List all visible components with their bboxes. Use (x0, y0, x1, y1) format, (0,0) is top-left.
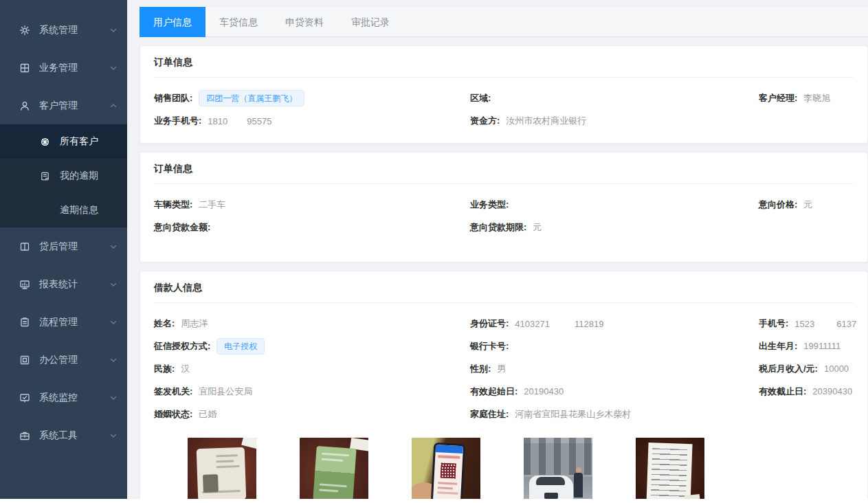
field-value: 已婚 (199, 408, 216, 421)
field-empty (759, 109, 854, 132)
sidebar-item-label: 逾期信息 (60, 204, 98, 216)
clipboard-icon (19, 317, 30, 328)
field-label: 家庭住址: (470, 408, 509, 421)
sidebar-item-overdue-info[interactable]: 逾期信息 (0, 193, 127, 227)
tab-approval-records[interactable]: 审批记录 (337, 7, 403, 37)
field-region: 区域: (470, 87, 759, 109)
sidebar-item-customer-mgmt[interactable]: 客户管理 (0, 87, 127, 124)
field-home-address: 家庭住址: 河南省宜阳县花果山乡木柴村 (470, 403, 759, 425)
app-root: 系统管理 业务管理 客户管理 所有客户 (0, 0, 868, 503)
photo-item: 身份证 (188, 438, 256, 503)
sidebar: 系统管理 业务管理 客户管理 所有客户 (0, 0, 127, 503)
photo-phone-qr-code[interactable] (412, 438, 480, 503)
nested-square-icon (19, 355, 30, 366)
sidebar-item-office-mgmt[interactable]: 办公管理 (0, 341, 127, 379)
field-business-type: 业务类型: (470, 193, 759, 216)
sidebar-item-system-mgmt[interactable]: 系统管理 (0, 11, 127, 49)
sidebar-item-label: 流程管理 (39, 316, 78, 328)
sidebar-item-all-customers[interactable]: 所有客户 (0, 124, 127, 159)
columns-icon (19, 241, 30, 252)
chevron-down-icon (109, 26, 118, 34)
photo-person-with-car[interactable] (524, 438, 592, 503)
field-valid-from: 有效起始日: 20190430 (470, 380, 759, 403)
sidebar-item-postloan-mgmt[interactable]: 贷后管理 (0, 227, 127, 265)
monitor-icon (19, 279, 30, 290)
field-intent-loan-term: 意向贷款期限: 元 (470, 216, 759, 238)
chevron-down-icon (109, 64, 118, 72)
photo-drivers-license[interactable] (300, 438, 368, 503)
sidebar-item-label: 我的逾期 (60, 170, 98, 182)
field-value: 15236137 (794, 318, 856, 329)
field-value: 19911111 (803, 341, 841, 351)
photo-item: 驾驶证副页 (300, 438, 368, 503)
field-vehicle-type: 车辆类型: 二手车 (154, 193, 470, 216)
photo-item: 其他材料 (636, 438, 704, 503)
field-mobile-phone: 手机号: 15236137 (759, 312, 856, 335)
tab-bar: 用户信息 车贷信息 申贷资料 审批记录 (140, 7, 868, 37)
card-title: 订单信息 (154, 153, 854, 184)
field-value: 20390430 (812, 386, 852, 396)
field-monthly-income: 税后月收入/元: 10000 (759, 357, 854, 380)
wheel-icon (40, 137, 50, 147)
sidebar-item-label: 客户管理 (39, 100, 78, 112)
field-value: 汉 (181, 363, 190, 375)
chevron-down-icon (109, 280, 118, 289)
sidebar-item-label: 所有客户 (60, 135, 98, 148)
sidebar-item-process-mgmt[interactable]: 流程管理 (0, 303, 127, 341)
chevron-up-icon (109, 102, 118, 110)
tab-user-info[interactable]: 用户信息 (140, 7, 205, 37)
tab-loan-application-docs[interactable]: 申贷资料 (271, 7, 337, 37)
field-value: 男 (497, 363, 506, 375)
field-id-number: 身份证号: 4103271112819 (470, 312, 759, 335)
photo-handwritten-document[interactable] (636, 438, 704, 503)
horizontal-scrollbar[interactable] (0, 499, 868, 503)
photo-id-card[interactable] (188, 438, 256, 503)
field-label: 有效起始日: (470, 385, 518, 398)
field-funder: 资金方: 汝州市农村商业银行 (470, 109, 759, 132)
field-label: 出生年月: (759, 340, 797, 353)
field-business-phone: 业务手机号: 181095575 (154, 109, 470, 132)
document-photos: 身份证 驾驶证副页 授权记录 (188, 438, 854, 503)
card-title: 借款人信息 (154, 271, 854, 303)
field-birth-date: 出生年月: 19911111 (759, 335, 854, 357)
field-value: 4103271112819 (515, 318, 603, 329)
sidebar-item-business-mgmt[interactable]: 业务管理 (0, 49, 127, 87)
sidebar-item-label: 贷后管理 (39, 241, 78, 253)
chevron-down-icon (109, 394, 118, 402)
field-credit-auth-method: 征信授权方式: 电子授权 (154, 335, 470, 357)
field-value: 10000 (824, 364, 849, 374)
field-label: 银行卡号: (470, 340, 509, 353)
field-ethnicity: 民族: 汉 (154, 357, 470, 380)
field-valid-to: 有效截止日: 20390430 (759, 380, 854, 403)
field-label: 意向价格: (759, 199, 797, 211)
field-value: 周志洋 (181, 317, 208, 330)
sidebar-item-system-tools[interactable]: 系统工具 (0, 416, 127, 454)
redaction-box (228, 115, 246, 126)
sidebar-item-report-stats[interactable]: 报表统计 (0, 265, 127, 303)
book-icon (40, 171, 50, 181)
sidebar-item-label: 系统管理 (39, 24, 78, 36)
sidebar-item-label: 办公管理 (39, 354, 78, 366)
chevron-down-icon (109, 243, 118, 251)
sidebar-item-label: 报表统计 (39, 278, 78, 291)
sidebar-item-system-monitor[interactable]: 系统监控 (0, 379, 127, 416)
credit-auth-tag: 电子授权 (216, 338, 265, 355)
field-label: 签发机关: (154, 385, 192, 398)
field-value: 河南省宜阳县花果山乡木柴村 (515, 408, 631, 421)
photo-item: 授权记录 (412, 438, 480, 503)
toolbox-icon (19, 430, 30, 441)
chevron-down-icon (109, 356, 118, 364)
field-intent-price: 意向价格: 元 (759, 193, 854, 216)
field-label: 身份证号: (470, 317, 509, 330)
sidebar-item-label: 系统工具 (39, 429, 78, 442)
grid-icon (19, 63, 30, 74)
field-value: 宜阳县公安局 (199, 385, 252, 398)
field-label: 车辆类型: (154, 199, 192, 211)
field-label: 区域: (470, 92, 491, 104)
field-empty (759, 216, 854, 238)
field-value: 20190430 (524, 386, 564, 396)
photo-item: 人车照 (524, 438, 592, 503)
sidebar-item-my-overdue[interactable]: 我的逾期 (0, 159, 127, 193)
tab-car-loan-info[interactable]: 车贷信息 (205, 7, 271, 37)
sidebar-item-label: 业务管理 (39, 62, 78, 74)
